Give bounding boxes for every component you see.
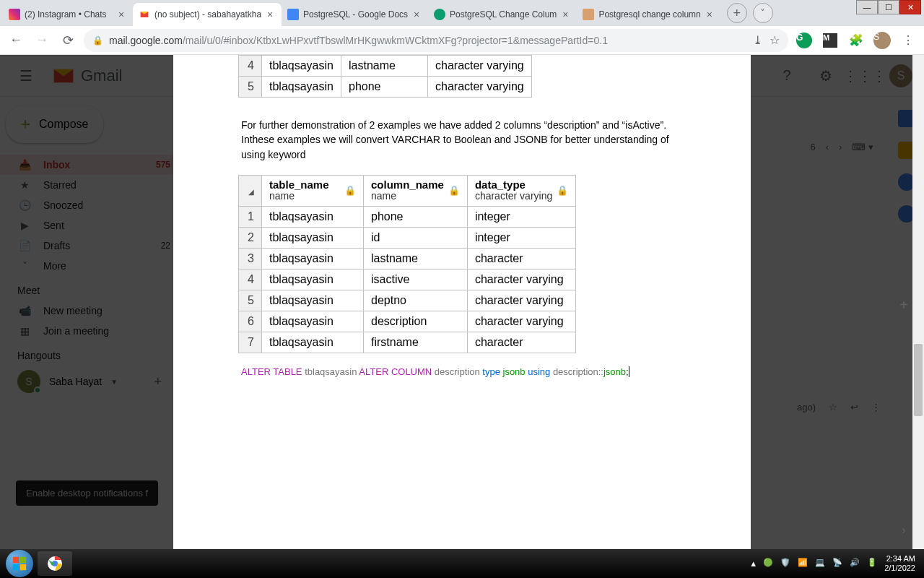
table-row: 7tblaqsayasinfirstnamecharacter xyxy=(239,332,576,353)
battery-icon[interactable]: 🔋 xyxy=(867,558,879,569)
table-row: 5tblaqsayasinphonecharacter varying xyxy=(239,77,532,98)
lock-icon: 🔒 xyxy=(557,185,568,196)
attachment-viewer: 4tblaqsayasinlastnamecharacter varying5t… xyxy=(173,55,751,549)
sort-icon: ◢ xyxy=(248,188,254,196)
tab-title: PostgreSQL - Google Docs xyxy=(303,9,408,20)
tab-pg-column[interactable]: Postgresql change column × xyxy=(577,3,720,26)
browser-toolbar: ← → ⟳ 🔒 mail.google.com/mail/u/0/#inbox/… xyxy=(0,26,924,55)
table-row: 4tblaqsayasinlastnamecharacter varying xyxy=(239,56,532,77)
network-icon[interactable]: 📡 xyxy=(832,558,844,569)
chrome-menu-icon[interactable]: ⋮ xyxy=(898,30,918,51)
tab-instagram[interactable]: (2) Instagram • Chats × xyxy=(3,3,133,26)
grammarly-extension-icon[interactable]: G xyxy=(794,30,814,51)
site-icon xyxy=(434,9,445,20)
tab-title: PostgreSQL Change Colum xyxy=(450,9,557,20)
schema-table-full: ◢ table_namename🔒column_namename🔒data_ty… xyxy=(238,175,576,353)
install-icon[interactable]: ⤓ xyxy=(753,33,762,47)
close-icon[interactable]: × xyxy=(704,9,715,20)
browser-tabs-bar: (2) Instagram • Chats × (no subject) - s… xyxy=(0,0,924,26)
chrome-taskbar-icon[interactable] xyxy=(38,551,72,576)
forward-button[interactable]: → xyxy=(32,30,52,51)
url-text: mail.google.com/mail/u/0/#inbox/KtbxLwHP… xyxy=(109,35,749,46)
table-row: 5tblaqsayasindeptnocharacter varying xyxy=(239,290,576,311)
tab-gdocs[interactable]: PostgreSQL - Google Docs × xyxy=(282,3,428,26)
scrollbar-thumb[interactable] xyxy=(914,344,923,416)
tray-icon[interactable]: 📶 xyxy=(798,558,809,569)
address-bar[interactable]: 🔒 mail.google.com/mail/u/0/#inbox/KtbxLw… xyxy=(84,29,788,52)
tab-title: (2) Instagram • Chats xyxy=(25,9,113,20)
close-icon[interactable]: × xyxy=(264,9,276,20)
table-row: 6tblaqsayasindescriptioncharacter varyin… xyxy=(239,311,576,332)
start-button[interactable] xyxy=(6,550,33,577)
body-paragraph: For further demonstration of 2 examples … xyxy=(241,118,683,162)
extension-icon[interactable]: M xyxy=(820,30,840,51)
reload-button[interactable]: ⟳ xyxy=(58,30,78,51)
tab-gmail[interactable]: (no subject) - sabahayatkha × xyxy=(133,3,282,26)
tab-pg-change[interactable]: PostgreSQL Change Colum × xyxy=(428,3,577,26)
svg-rect-3 xyxy=(20,564,26,570)
table-row: 3tblaqsayasinlastnamecharacter xyxy=(239,248,576,269)
schema-table-partial: 4tblaqsayasinlastnamecharacter varying5t… xyxy=(238,55,532,98)
lock-icon: 🔒 xyxy=(448,185,460,196)
profile-avatar[interactable]: S xyxy=(872,30,892,51)
window-close-button[interactable]: ✕ xyxy=(899,0,921,14)
sql-statement: ALTER TABLE tblaqsayasin ALTER COLUMN de… xyxy=(241,366,751,378)
instagram-icon xyxy=(9,9,20,20)
tab-title: Postgresql change column xyxy=(598,9,700,20)
svg-rect-1 xyxy=(20,557,26,563)
system-tray: ▲ 🟢 🛡️ 📶 💻 📡 🔊 🔋 2:34 AM 2/1/2022 xyxy=(749,554,918,572)
clock[interactable]: 2:34 AM 2/1/2022 xyxy=(884,554,918,572)
gdocs-icon xyxy=(287,9,299,20)
show-hidden-icons[interactable]: ▲ xyxy=(749,559,757,568)
collapse-rail-icon[interactable]: › xyxy=(895,522,912,539)
site-icon xyxy=(583,9,594,20)
window-maximize-button[interactable]: ☐ xyxy=(878,0,899,14)
new-tab-button[interactable]: + xyxy=(727,3,747,23)
add-sidepanel-icon[interactable]: + xyxy=(895,296,912,314)
vertical-scrollbar[interactable] xyxy=(912,55,924,549)
lock-icon: 🔒 xyxy=(92,35,103,46)
close-icon[interactable]: × xyxy=(411,9,422,20)
lock-icon: 🔒 xyxy=(344,185,356,196)
svg-rect-2 xyxy=(13,564,19,570)
close-icon[interactable]: × xyxy=(559,9,571,20)
svg-rect-0 xyxy=(13,557,19,563)
back-button[interactable]: ← xyxy=(6,30,26,51)
windows-taskbar: ▲ 🟢 🛡️ 📶 💻 📡 🔊 🔋 2:34 AM 2/1/2022 xyxy=(0,549,924,578)
table-row: 1tblaqsayasinphoneinteger xyxy=(239,206,576,227)
window-minimize-button[interactable]: — xyxy=(856,0,878,14)
gmail-icon xyxy=(139,9,150,20)
chrome-profile-button[interactable]: ˅ xyxy=(753,3,773,23)
close-icon[interactable]: × xyxy=(116,9,127,20)
tray-icon[interactable]: 🟢 xyxy=(763,558,775,569)
volume-icon[interactable]: 🔊 xyxy=(850,558,861,569)
bookmark-icon[interactable]: ☆ xyxy=(770,33,780,47)
tray-icon[interactable]: 🛡️ xyxy=(780,558,792,569)
tab-title: (no subject) - sabahayatkha xyxy=(154,9,261,20)
table-row: 4tblaqsayasinisactivecharacter varying xyxy=(239,269,576,290)
tray-icon[interactable]: 💻 xyxy=(815,558,827,569)
extensions-menu-icon[interactable]: 🧩 xyxy=(846,30,866,51)
table-row: 2tblaqsayasinidinteger xyxy=(239,227,576,248)
